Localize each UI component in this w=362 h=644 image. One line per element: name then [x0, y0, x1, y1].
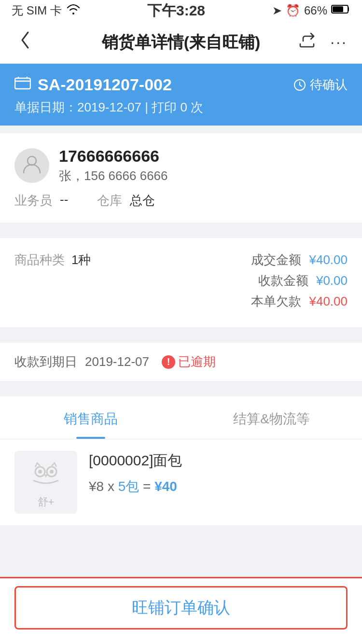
avatar — [14, 148, 49, 183]
product-type-value: 1种 — [71, 252, 91, 268]
amount-details: 成交金额 ¥40.00 收款金额 ¥0.00 本单欠款 ¥40.00 — [251, 252, 348, 314]
tab-sales-products[interactable]: 销售商品 — [0, 396, 181, 439]
tab-settlement-label: 结算&物流等 — [233, 411, 310, 426]
overdue-icon: ! — [162, 355, 175, 369]
order-status: 待确认 — [293, 76, 348, 93]
nav-actions: ··· — [298, 31, 348, 53]
order-id: SA-20191207-002 — [14, 75, 172, 94]
back-button[interactable] — [14, 26, 36, 59]
confirm-button[interactable]: 旺铺订单确认 — [14, 586, 348, 630]
person-icon — [22, 154, 42, 178]
status-right: ➤ ⏰ 66% — [272, 4, 350, 17]
price-total: ¥40 — [154, 479, 177, 494]
warehouse-value: 总仓 — [130, 192, 155, 209]
due-date-card: 收款到期日 2019-12-07 ! 已逾期 — [0, 343, 362, 381]
customer-card: 17666666666 张，156 6666 6666 业务员 -- 仓库 总仓 — [0, 133, 362, 223]
page-title: 销货单详情(来自旺铺) — [102, 31, 261, 54]
customer-row: 17666666666 张，156 6666 6666 — [14, 147, 348, 184]
price-eq: = — [139, 479, 154, 494]
tab-settlement[interactable]: 结算&物流等 — [181, 396, 362, 439]
order-header: SA-20191207-002 待确认 单据日期：2019-12-07 | 打印… — [0, 64, 362, 126]
customer-info: 17666666666 张，156 6666 6666 — [59, 147, 168, 184]
price-base: ¥8 x — [89, 479, 118, 494]
divider-3 — [0, 381, 362, 389]
location-icon: ➤ — [272, 4, 282, 17]
divider-2 — [0, 327, 362, 335]
wifi-icon — [67, 4, 80, 17]
product-thumbnail: 舒+ — [14, 451, 77, 514]
nav-bar: 销货单详情(来自旺铺) ··· — [0, 21, 362, 64]
product-type-label: 商品种类 — [14, 252, 65, 268]
status-bar: 无 SIM 卡 下午3:28 ➤ ⏰ 66% — [0, 0, 362, 21]
svg-rect-2 — [15, 78, 30, 89]
battery-text: 66% — [304, 4, 327, 17]
svg-point-4 — [28, 156, 36, 165]
received-amount-item: 收款金额 ¥0.00 — [251, 272, 348, 289]
product-logo: 舒+ — [27, 456, 65, 508]
svg-rect-1 — [333, 6, 343, 12]
owed-amount-item: 本单欠款 ¥40.00 — [251, 293, 348, 310]
order-header-top: SA-20191207-002 待确认 — [14, 75, 348, 94]
share-icon[interactable] — [298, 31, 316, 53]
overdue-text: 已逾期 — [178, 353, 216, 370]
amount-card: 商品种类 1种 成交金额 ¥40.00 收款金额 ¥0.00 本单欠款 ¥40.… — [0, 238, 362, 327]
salesperson-value: -- — [60, 192, 68, 209]
customer-meta: 业务员 -- 仓库 总仓 — [14, 192, 348, 209]
due-date-label: 收款到期日 — [14, 353, 77, 370]
status-text: 待确认 — [310, 76, 348, 93]
customer-phone: 17666666666 — [59, 147, 168, 166]
tabs-container: 销售商品 结算&物流等 — [0, 396, 362, 439]
logo-text: 舒+ — [27, 496, 65, 508]
svg-point-8 — [50, 470, 54, 474]
product-card: 舒+ [0000002]面包 ¥8 x 5包 = ¥40 — [0, 439, 362, 525]
product-name: [0000002]面包 — [89, 451, 348, 471]
transaction-amount-item: 成交金额 ¥40.00 — [251, 252, 348, 268]
status-left: 无 SIM 卡 — [12, 3, 80, 18]
salesperson-label: 业务员 — [14, 192, 52, 209]
warehouse-item: 仓库 总仓 — [97, 192, 155, 209]
amount-row: 商品种类 1种 成交金额 ¥40.00 收款金额 ¥0.00 本单欠款 ¥40.… — [14, 252, 348, 314]
alarm-icon: ⏰ — [286, 4, 300, 17]
customer-sub: 张，156 6666 6666 — [59, 168, 168, 184]
confirm-label: 旺铺订单确认 — [132, 597, 230, 619]
bottom-bar: 旺铺订单确认 — [0, 577, 362, 644]
price-qty: 5包 — [118, 479, 139, 494]
due-date-value: 2019-12-07 — [85, 354, 149, 369]
owed-label: 本单欠款 — [251, 293, 301, 310]
order-id-text: SA-20191207-002 — [38, 75, 172, 94]
received-label: 收款金额 — [258, 272, 308, 289]
transaction-label: 成交金额 — [251, 252, 301, 268]
transaction-value: ¥40.00 — [309, 252, 348, 267]
salesperson-item: 业务员 -- — [14, 192, 68, 209]
warehouse-label: 仓库 — [97, 192, 122, 209]
received-value: ¥0.00 — [316, 273, 348, 288]
status-time: 下午3:28 — [147, 1, 205, 21]
battery-icon — [331, 4, 350, 17]
product-info: [0000002]面包 ¥8 x 5包 = ¥40 — [89, 451, 348, 496]
divider-1 — [0, 223, 362, 230]
overdue-badge: ! 已逾期 — [162, 353, 216, 370]
order-date: 单据日期：2019-12-07 | 打印 0 次 — [14, 99, 348, 116]
carrier-text: 无 SIM 卡 — [12, 3, 62, 18]
more-icon[interactable]: ··· — [330, 33, 348, 51]
owed-value: ¥40.00 — [309, 294, 348, 309]
tab-sales-label: 销售商品 — [64, 411, 118, 426]
product-type: 商品种类 1种 — [14, 252, 91, 268]
order-icon — [14, 75, 31, 94]
product-price: ¥8 x 5包 = ¥40 — [89, 477, 348, 496]
svg-point-7 — [38, 470, 42, 474]
